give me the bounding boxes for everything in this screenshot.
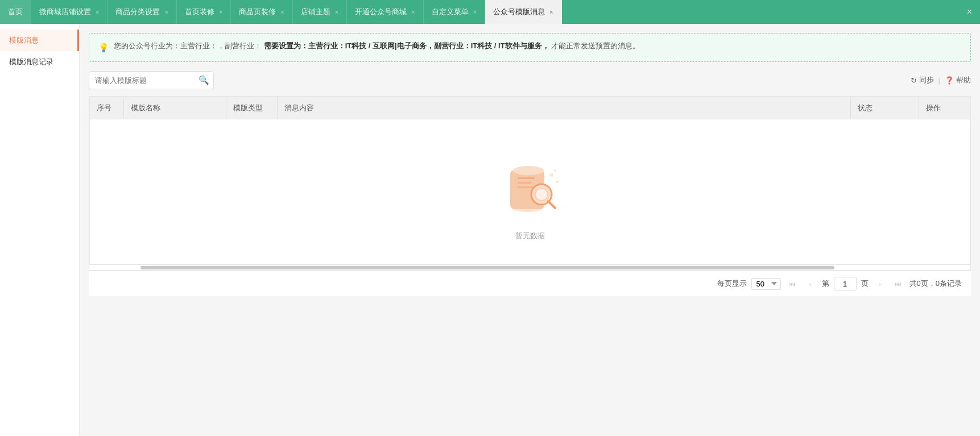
info-text-suffix: 才能正常发送预置的消息。 [551, 41, 640, 50]
tab-open-mall-label: 开通公众号商城 [355, 7, 407, 17]
svg-rect-4 [518, 186, 534, 188]
info-banner: 💡 您的公众号行业为：主营行业：，副营行业： 需要设置为：主营行业：IT科技 /… [89, 33, 971, 62]
col-header-action: 操作 [919, 97, 970, 119]
table-header-row: 序号 模版名称 模版类型 消息内容 状态 [90, 97, 970, 119]
tab-home-label: 首页 [8, 7, 23, 17]
tab-home[interactable]: 首页 [0, 0, 31, 24]
close-tab-shop-settings[interactable]: × [96, 9, 99, 15]
sidebar: 模版消息 模版消息记录 [0, 24, 80, 436]
close-tab-product-decor[interactable]: × [280, 9, 284, 15]
tab-template-msg-label: 公众号模版消息 [493, 7, 545, 17]
empty-text: 暂无数据 [515, 231, 545, 241]
help-label: 帮助 [956, 75, 971, 85]
content-area: 💡 您的公众号行业为：主营行业：，副营行业： 需要设置为：主营行业：IT科技 /… [80, 24, 980, 436]
page-input[interactable] [834, 277, 857, 290]
info-text-highlight: 需要设置为：主营行业：IT科技 / 互联网|电子商务，副营行业：IT科技 / I… [264, 41, 549, 50]
tab-category-settings[interactable]: 商品分类设置 × [107, 0, 176, 24]
col-header-name: 模版名称 [124, 97, 226, 119]
sidebar-item-template-msg-log[interactable]: 模版消息记录 [0, 51, 79, 73]
scrollbar-thumb[interactable] [140, 266, 834, 269]
main-layout: 模版消息 模版消息记录 💡 您的公众号行业为：主营行业：，副营行业： 需要设置为… [0, 24, 980, 436]
tab-shop-settings-label: 微商城店铺设置 [39, 7, 91, 17]
svg-line-7 [548, 201, 555, 208]
help-icon: ❓ [945, 76, 954, 85]
search-input-wrap: 🔍 [89, 71, 214, 89]
empty-state-row: 暂无数据 [90, 119, 970, 264]
tab-shop-settings[interactable]: 微商城店铺设置 × [31, 0, 107, 24]
lightbulb-icon: 💡 [98, 41, 109, 55]
close-tab-template-msg[interactable]: × [549, 9, 553, 15]
tab-product-decor-label: 商品页装修 [239, 7, 276, 17]
col-header-status: 状态 [851, 97, 919, 119]
page-next-button[interactable]: › [873, 277, 887, 290]
svg-rect-3 [518, 182, 531, 184]
tab-homepage-decor-label: 首页装修 [185, 7, 214, 17]
toolbar-divider: | [938, 76, 940, 85]
sync-button[interactable]: ↻ 同步 [911, 75, 934, 85]
col-header-seq: 序号 [90, 97, 124, 119]
info-text-prefix: 您的公众号行业为：主营行业：，副营行业： [114, 41, 262, 50]
svg-rect-2 [518, 177, 535, 179]
search-input[interactable] [89, 71, 214, 89]
close-tab-category-settings[interactable]: × [164, 9, 168, 15]
close-tab-open-mall[interactable]: × [411, 9, 415, 15]
close-tab-custom-menu[interactable]: × [473, 9, 477, 15]
tab-custom-menu-label: 自定义菜单 [432, 7, 469, 17]
empty-state: 暂无数据 [90, 119, 970, 264]
svg-point-1 [513, 166, 544, 175]
sidebar-item-template-msg-label: 模版消息 [9, 36, 39, 44]
page-prev-button[interactable]: ‹ [804, 277, 817, 290]
col-header-content: 消息内容 [278, 97, 851, 119]
page-total: 共0页，0条记录 [909, 279, 962, 289]
svg-point-6 [535, 188, 548, 201]
data-table-wrapper: 序号 模版名称 模版类型 消息内容 状态 [89, 96, 971, 271]
info-banner-text: 您的公众号行业为：主营行业：，副营行业： 需要设置为：主营行业：IT科技 / 互… [114, 40, 640, 52]
tab-template-msg[interactable]: 公众号模版消息 × [485, 0, 561, 24]
col-header-type: 模版类型 [226, 97, 278, 119]
toolbar-right: ↻ 同步 | ❓ 帮助 [911, 75, 971, 85]
top-navigation: 首页 微商城店铺设置 × 商品分类设置 × 首页装修 × 商品页装修 × 店铺主… [0, 0, 980, 24]
page-di-word: 第 [822, 279, 829, 289]
tab-category-settings-label: 商品分类设置 [115, 7, 160, 17]
svg-point-8 [550, 173, 553, 177]
page-last-button[interactable]: ⏭ [891, 277, 905, 290]
sidebar-item-template-msg[interactable]: 模版消息 [0, 30, 79, 51]
tab-custom-menu[interactable]: 自定义菜单 × [424, 0, 485, 24]
close-tab-homepage-decor[interactable]: × [219, 9, 222, 15]
close-all-button[interactable]: × [959, 7, 980, 17]
close-tab-shop-theme[interactable]: × [335, 9, 338, 15]
tab-shop-theme-label: 店铺主题 [301, 7, 330, 17]
tab-open-mall[interactable]: 开通公众号商城 × [347, 0, 423, 24]
horizontal-scrollbar[interactable] [89, 264, 970, 270]
tab-homepage-decor[interactable]: 首页装修 × [177, 0, 231, 24]
empty-icon [496, 153, 564, 222]
help-button[interactable]: ❓ 帮助 [945, 75, 971, 85]
page-size-label: 每页显示 [717, 279, 747, 289]
tab-product-decor[interactable]: 商品页装修 × [231, 0, 292, 24]
data-table: 序号 模版名称 模版类型 消息内容 状态 [89, 97, 970, 264]
page-word: 页 [861, 279, 869, 289]
page-size-select[interactable]: 50 10 20 100 [751, 278, 781, 290]
page-first-button[interactable]: ⏮ [785, 277, 799, 290]
sidebar-item-template-msg-log-label: 模版消息记录 [9, 57, 53, 66]
search-icon[interactable]: 🔍 [199, 75, 209, 85]
tab-shop-theme[interactable]: 店铺主题 × [293, 0, 347, 24]
sync-icon: ↻ [911, 76, 917, 85]
sync-label: 同步 [919, 75, 934, 85]
svg-point-10 [554, 170, 556, 172]
pagination-row: 每页显示 50 10 20 100 ⏮ ‹ 第 页 › ⏭ 共0页，0条记录 [89, 271, 971, 296]
svg-point-9 [556, 181, 559, 183]
search-bar: 🔍 ↻ 同步 | ❓ 帮助 [89, 71, 971, 89]
